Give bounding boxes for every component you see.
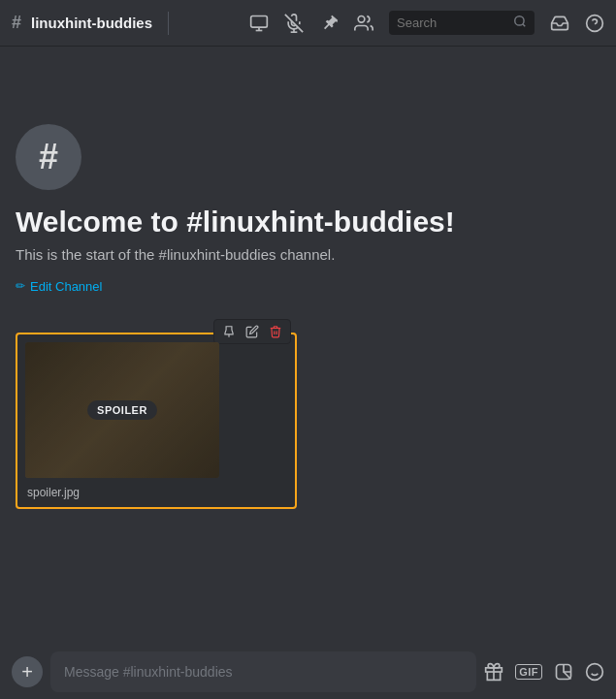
inbox-icon[interactable] — [550, 14, 569, 33]
attachment-actions — [213, 319, 291, 344]
messages-area: SPOILER spoiler.jpg — [16, 333, 600, 509]
attachment-filename: spoiler.jpg — [25, 486, 287, 499]
attachment-container: SPOILER spoiler.jpg — [16, 333, 297, 509]
gift-icon[interactable] — [484, 662, 503, 682]
help-icon[interactable] — [585, 14, 604, 33]
channel-icon-circle: # — [16, 124, 81, 190]
search-bar[interactable] — [389, 11, 535, 35]
channel-hash-icon: # — [12, 13, 21, 33]
pencil-icon: ✏ — [16, 279, 25, 293]
search-icon — [513, 15, 527, 31]
attachment-delete-button[interactable] — [266, 323, 285, 340]
threads-icon[interactable] — [249, 14, 269, 33]
pin-icon[interactable] — [319, 14, 339, 33]
title-bar-divider — [168, 12, 169, 35]
add-attachment-button[interactable]: + — [12, 656, 43, 687]
title-bar: # linuxhint-buddies — [0, 0, 616, 47]
sticker-icon[interactable] — [554, 662, 573, 682]
channel-header: # Welcome to #linuxhint-buddies! This is… — [16, 66, 600, 313]
edit-channel-button[interactable]: ✏ Edit Channel — [16, 279, 102, 294]
main-content: # Welcome to #linuxhint-buddies! This is… — [0, 47, 616, 645]
input-actions: GIF — [484, 662, 604, 682]
gif-button[interactable]: GIF — [515, 664, 542, 680]
svg-rect-0 — [251, 16, 268, 27]
emoji-icon[interactable] — [585, 662, 604, 682]
attachment-pin-button[interactable] — [219, 323, 239, 340]
members-icon[interactable] — [354, 14, 373, 33]
channel-title: linuxhint-buddies — [31, 15, 152, 31]
spoiler-badge: SPOILER — [87, 400, 157, 420]
spoiler-image[interactable]: SPOILER — [25, 342, 219, 478]
edit-channel-label: Edit Channel — [30, 279, 102, 294]
svg-point-6 — [358, 16, 365, 22]
mute-icon[interactable] — [284, 14, 304, 33]
search-input[interactable] — [397, 16, 507, 30]
title-bar-icons — [249, 11, 604, 35]
welcome-sub: This is the start of the #linuxhint-budd… — [16, 246, 600, 263]
plus-icon: + — [21, 661, 33, 683]
svg-line-8 — [523, 24, 526, 27]
svg-point-15 — [587, 664, 603, 681]
attachment-edit-button[interactable] — [243, 323, 262, 340]
svg-point-7 — [515, 16, 524, 25]
message-input[interactable] — [50, 651, 476, 692]
input-bar: + GIF — [0, 645, 616, 699]
channel-big-hash: # — [39, 140, 58, 175]
welcome-title: Welcome to #linuxhint-buddies! — [16, 206, 600, 238]
